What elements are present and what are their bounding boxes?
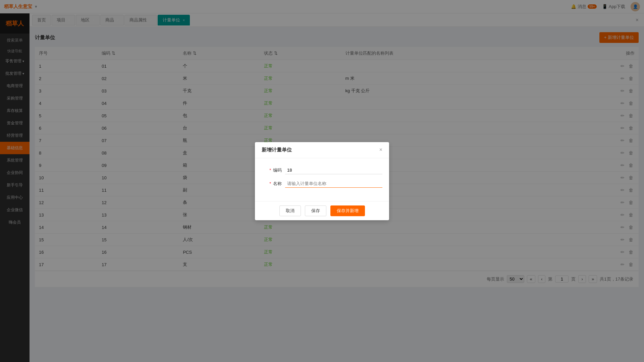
form-label-name: * 名称	[262, 181, 282, 187]
cancel-button[interactable]: 取消	[279, 205, 301, 216]
modal-header: 新增计量单位 ×	[255, 142, 389, 158]
modal-title: 新增计量单位	[262, 147, 292, 153]
form-label-code: * 编码	[262, 167, 282, 173]
save-and-add-button[interactable]: 保存并新增	[330, 205, 365, 216]
modal-body: * 编码 * 名称	[255, 158, 389, 201]
save-button[interactable]: 保存	[305, 205, 326, 216]
required-star-code: *	[269, 168, 271, 173]
code-input[interactable]	[285, 166, 382, 174]
form-row-name: * 名称	[262, 180, 382, 188]
app-container: 稻草人生意宝 ▾ 🔔 消息 99+ 📱 App下载 👤 稻草人	[0, 0, 644, 362]
add-unit-modal: 新增计量单位 × * 编码 * 名称	[255, 142, 389, 220]
name-input[interactable]	[285, 180, 382, 188]
modal-close-button[interactable]: ×	[379, 147, 382, 153]
form-row-code: * 编码	[262, 166, 382, 174]
modal-footer: 取消 保存 保存并新增	[255, 201, 389, 220]
modal-overlay: 新增计量单位 × * 编码 * 名称	[0, 0, 644, 362]
required-star-name: *	[269, 181, 271, 186]
